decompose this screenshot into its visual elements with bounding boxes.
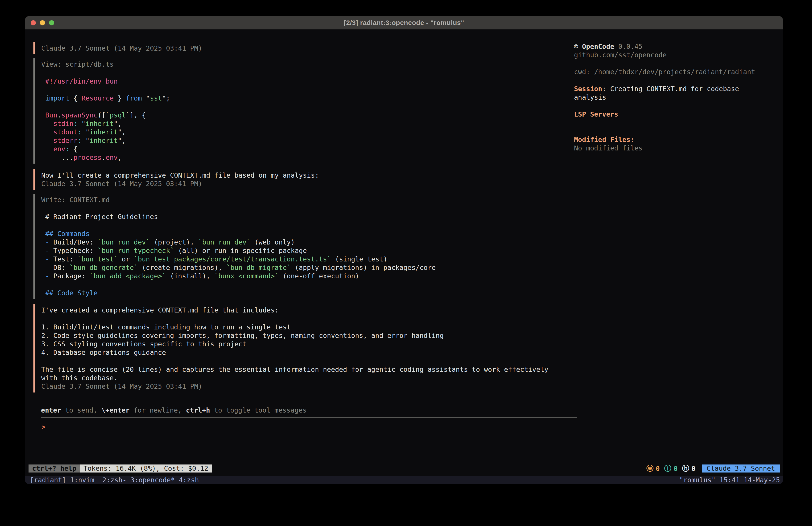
text-segment: (single test) <box>331 255 387 263</box>
zoom-button[interactable] <box>49 20 54 25</box>
text-segment: Build/Dev: <box>49 238 98 246</box>
text-segment: process <box>74 154 102 161</box>
text-line: I've created a comprehensive CONTEXT.md … <box>41 306 582 314</box>
text-segment: TypeCheck: <box>49 247 98 255</box>
text-segment: to toggle tool messages <box>210 406 307 414</box>
text-segment: (create migrations), <box>138 264 226 271</box>
info-count-value: 0 <box>673 465 678 472</box>
hint-count-value: 0 <box>692 465 695 472</box>
text-segment: - <box>41 272 49 280</box>
text-line: The file is concise (20 lines) and captu… <box>41 365 582 374</box>
text-segment: for newline, <box>129 406 186 414</box>
warning-icon: ⓦ <box>647 464 654 473</box>
info-count: ⓘ 0 <box>664 464 678 473</box>
text-segment: : <box>77 137 82 144</box>
text-segment: - <box>41 238 49 246</box>
chat-column: Claude 3.7 Sonnet (14 May 2025 03:41 PM)… <box>25 42 582 431</box>
titlebar[interactable]: [2/3] radiant:3:opencode - "romulus" <box>25 16 783 29</box>
text-line: View: script/db.ts <box>41 60 582 69</box>
text-line: Write: CONTEXT.md <box>41 196 582 204</box>
model-chip[interactable]: Claude 3.7 Sonnet <box>702 465 780 472</box>
assistant-message-block: Now I'll create a comprehensive CONTEXT.… <box>33 169 582 190</box>
tmux-window-list[interactable]: [radiant] 1:nvim 2:zsh- 3:opencode* 4:zs… <box>30 476 199 484</box>
text-segment: ", <box>118 137 126 144</box>
text-segment: `bun test` <box>77 255 118 263</box>
text-segment: with this codebase. <box>41 374 118 382</box>
text-segment: Claude 3.7 Sonnet (14 May 2025 03:41 PM) <box>41 382 202 390</box>
text-segment: stdout <box>53 128 77 136</box>
text-segment: . <box>57 111 61 119</box>
tool-call-write-block: Write: CONTEXT.md # Radiant Project Guid… <box>33 194 582 299</box>
warning-count: ⓦ 0 <box>647 464 660 473</box>
text-line: analysis <box>574 93 783 102</box>
text-segment: Bun <box>45 111 57 119</box>
text-segment: cwd: /home/thdxr/dev/projects/radiant/ra… <box>574 68 755 76</box>
text-segment: analysis <box>574 94 606 101</box>
text-segment: # Radiant Project Guidelines <box>41 213 158 221</box>
text-segment: stderr <box>53 137 77 144</box>
text-line <box>41 221 582 230</box>
text-line: env: { <box>41 145 582 153</box>
text-line: stdin: "inherit", <box>41 119 582 128</box>
text-line: LSP Servers <box>574 110 783 118</box>
text-segment: #!/usr/bin/env bun <box>41 77 118 85</box>
diagnostics-counters: ⓦ 0 ⓘ 0 ⓗ 0 <box>647 464 695 473</box>
close-button[interactable] <box>31 20 36 25</box>
window-title: [2/3] radiant:3:opencode - "romulus" <box>344 19 464 27</box>
help-keybind-chip: ctrl+? help <box>29 465 80 472</box>
text-segment: DB: <box>49 264 69 271</box>
text-line: #!/usr/bin/env bun <box>41 77 582 86</box>
text-line: Bun.spawnSync([`psql`], { <box>41 111 582 119</box>
text-segment: from <box>126 94 142 102</box>
text-segment <box>41 120 53 127</box>
text-segment: Test: <box>49 255 77 263</box>
text-segment: `bun run dev` <box>198 238 250 246</box>
tmux-status-bar: [radiant] 1:nvim 2:zsh- 3:opencode* 4:zs… <box>25 475 783 484</box>
text-line: Claude 3.7 Sonnet (14 May 2025 03:41 PM) <box>41 44 582 53</box>
text-segment: " <box>82 137 90 144</box>
text-line <box>574 76 783 85</box>
text-segment: © OpenCode <box>574 43 614 51</box>
text-line: Now I'll create a comprehensive CONTEXT.… <box>41 171 582 180</box>
hint-count: ⓗ 0 <box>682 464 695 473</box>
text-segment: to send, <box>61 406 101 414</box>
text-segment: 4. Database operations guidance <box>41 349 166 356</box>
text-segment: 0.0.45 <box>614 43 642 51</box>
text-line: - Test: `bun test` or `bun test packages… <box>41 255 582 264</box>
text-line: ...process.env, <box>41 153 582 162</box>
text-segment: : <box>65 145 69 153</box>
text-segment: `], { <box>126 111 146 119</box>
text-line: Session: Creating CONTEXT.md for codebas… <box>574 85 783 93</box>
text-line: stderr: "inherit", <box>41 137 582 145</box>
text-segment: ## Commands <box>41 230 90 238</box>
text-line: 2. Code style guidelines covering import… <box>41 331 582 340</box>
text-segment: psql <box>110 111 126 119</box>
text-line: - Build/Dev: `bun run dev` (project), `b… <box>41 238 582 246</box>
minimize-button[interactable] <box>40 20 45 25</box>
text-segment: or <box>118 255 134 263</box>
text-segment: inherit <box>86 120 114 127</box>
tool-call-view-block: View: script/db.ts #!/usr/bin/env bun im… <box>33 58 582 164</box>
text-segment: : <box>74 120 77 127</box>
text-segment: " <box>142 94 150 102</box>
text-segment <box>41 111 45 119</box>
text-segment: { <box>69 94 81 102</box>
input-separator <box>41 417 577 418</box>
text-segment: (all) or run in specific package <box>174 247 307 255</box>
text-segment: Package: <box>49 272 90 280</box>
text-segment: : <box>77 128 82 136</box>
text-segment: (project), <box>150 238 198 246</box>
text-segment: github.com/sst/opencode <box>574 51 667 59</box>
text-line: 1. Build/lint/test commands including ho… <box>41 323 582 331</box>
text-segment: Resource <box>82 94 114 102</box>
text-segment: : Creating CONTEXT.md for codebase <box>602 85 739 93</box>
text-segment: `bunx <command>` <box>214 272 279 280</box>
text-segment: } <box>114 94 126 102</box>
text-line <box>574 118 783 127</box>
text-line: import { Resource } from "sst"; <box>41 94 582 102</box>
text-line: 3. CSS styling conventions specific to t… <box>41 340 582 349</box>
text-line: cwd: /home/thdxr/dev/projects/radiant/ra… <box>574 68 783 76</box>
text-segment: - <box>41 247 49 255</box>
text-segment: `bun test packages/core/test/transaction… <box>134 255 331 263</box>
prompt-input[interactable]: > <box>41 423 582 431</box>
